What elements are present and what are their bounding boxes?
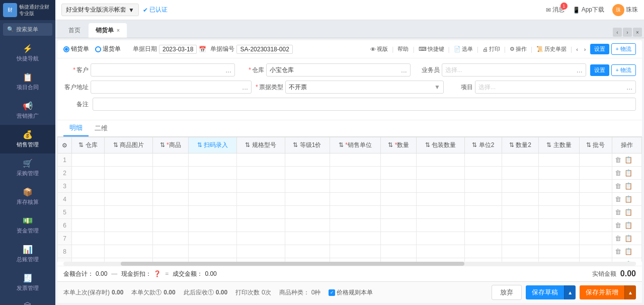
- sidebar-item-quick-nav[interactable]: ⚡ 快捷导航: [0, 39, 55, 67]
- row-5-col-6[interactable]: [330, 206, 381, 219]
- row-copy-button[interactable]: 📋: [624, 195, 633, 203]
- row-6-col-12[interactable]: [579, 219, 612, 232]
- row-2-col-3[interactable]: [188, 167, 236, 180]
- row-2-col-7[interactable]: [381, 167, 417, 180]
- next-record-button[interactable]: ›: [582, 45, 588, 53]
- row-9-col-0[interactable]: [72, 258, 105, 262]
- row-2-col-4[interactable]: [236, 167, 285, 180]
- row-3-col-3[interactable]: [188, 180, 236, 193]
- row-delete-button[interactable]: 🗑: [614, 221, 622, 230]
- row-delete-button[interactable]: 🗑: [614, 182, 622, 190]
- row-1-col-5[interactable]: [285, 154, 330, 167]
- sidebar-item-sales[interactable]: 💰 销售管理: [0, 125, 55, 154]
- shortcut-button[interactable]: ⌨快捷键: [417, 44, 446, 54]
- sidebar-item-funds[interactable]: 💵 资金管理: [0, 211, 55, 240]
- row-7-col-3[interactable]: [188, 232, 236, 245]
- row-8-col-1[interactable]: [104, 245, 152, 258]
- address-dots[interactable]: ...: [242, 83, 248, 91]
- row-5-col-10[interactable]: [502, 206, 539, 219]
- order-no-value[interactable]: SA-20230318-002: [236, 45, 292, 54]
- calendar-icon[interactable]: 📅: [199, 46, 206, 53]
- row-9-col-4[interactable]: [236, 258, 285, 262]
- row-8-col-0[interactable]: [72, 245, 105, 258]
- abandon-button[interactable]: 放弃: [492, 285, 522, 300]
- row-3-col-8[interactable]: [417, 180, 465, 193]
- row-4-col-5[interactable]: [285, 193, 330, 206]
- search-button[interactable]: 🔍 搜索菜单: [3, 23, 52, 36]
- row-4-col-9[interactable]: [465, 193, 502, 206]
- row-2-col-6[interactable]: [330, 167, 381, 180]
- row-8-col-5[interactable]: [285, 245, 330, 258]
- select-button[interactable]: 📄选单: [452, 44, 475, 54]
- col-setting[interactable]: ⚙: [58, 137, 72, 154]
- save-draft-arrow-button[interactable]: ▲: [564, 285, 576, 299]
- tab-sales-order[interactable]: 销货单 ×: [89, 23, 127, 38]
- row-5-col-3[interactable]: [188, 206, 236, 219]
- row-5-col-9[interactable]: [465, 206, 502, 219]
- row-6-col-9[interactable]: [465, 219, 502, 232]
- sort-icon-barcode[interactable]: ⇅: [197, 141, 202, 148]
- row-4-col-1[interactable]: [104, 193, 152, 206]
- sidebar-item-project[interactable]: 📋 项目合同: [0, 67, 55, 96]
- sort-icon-qty[interactable]: ⇅: [388, 141, 393, 148]
- row-9-col-10[interactable]: [502, 258, 539, 262]
- row-9-col-8[interactable]: [417, 258, 465, 262]
- row-1-col-0[interactable]: [72, 154, 105, 167]
- row-8-col-10[interactable]: [502, 245, 539, 258]
- row-2-col-11[interactable]: [539, 167, 579, 180]
- row-3-col-5[interactable]: [285, 180, 330, 193]
- row-7-col-6[interactable]: [330, 232, 381, 245]
- row-7-col-12[interactable]: [579, 232, 612, 245]
- row-9-col-11[interactable]: [539, 258, 579, 262]
- row-6-col-8[interactable]: [417, 219, 465, 232]
- row-5-col-1[interactable]: [104, 206, 152, 219]
- table-scrollbar[interactable]: [63, 262, 636, 266]
- row-2-col-8[interactable]: [417, 167, 465, 180]
- row-delete-button[interactable]: 🗑: [614, 195, 622, 203]
- row-delete-button[interactable]: 🗑: [614, 234, 622, 243]
- operate-button[interactable]: ⚙操作: [508, 44, 529, 54]
- sort-icon[interactable]: ⇅: [78, 141, 84, 148]
- sort-icon-price1[interactable]: ⇅: [293, 141, 298, 148]
- prev-record-button[interactable]: ‹: [574, 45, 580, 53]
- messages-button[interactable]: ✉ 消息 1: [546, 6, 565, 14]
- row-9-col-7[interactable]: [381, 258, 417, 262]
- tab-close-button[interactable]: ×: [117, 28, 120, 33]
- row-2-col-1[interactable]: [104, 167, 152, 180]
- row-4-col-2[interactable]: [152, 193, 188, 206]
- sort-icon-main[interactable]: ⇅: [546, 141, 551, 148]
- tab-detail-mingxi[interactable]: 明细: [63, 120, 89, 136]
- row-6-col-11[interactable]: [539, 219, 579, 232]
- row-5-col-2[interactable]: [152, 206, 188, 219]
- price-policy-checkbox[interactable]: ✓ 价格规则本单: [329, 288, 373, 297]
- row-4-col-7[interactable]: [381, 193, 417, 206]
- row-8-col-3[interactable]: [188, 245, 236, 258]
- row-3-col-4[interactable]: [236, 180, 285, 193]
- row-4-col-10[interactable]: [502, 193, 539, 206]
- table-row[interactable]: 5 🗑 📋: [58, 206, 642, 219]
- row-2-col-5[interactable]: [285, 167, 330, 180]
- tab-close-all-button[interactable]: ×: [633, 28, 642, 37]
- row-8-col-8[interactable]: [417, 245, 465, 258]
- row-6-col-5[interactable]: [285, 219, 330, 232]
- row-9-col-12[interactable]: [579, 258, 612, 262]
- customer-dots[interactable]: ...: [225, 66, 231, 74]
- row-4-col-11[interactable]: [539, 193, 579, 206]
- row-7-col-11[interactable]: [539, 232, 579, 245]
- table-row[interactable]: 7 🗑 📋: [58, 232, 642, 245]
- row-4-col-4[interactable]: [236, 193, 285, 206]
- row-6-col-0[interactable]: [72, 219, 105, 232]
- row-4-col-0[interactable]: [72, 193, 105, 206]
- row-copy-button[interactable]: 📋: [624, 169, 633, 177]
- sort-icon-unit[interactable]: ⇅: [339, 141, 344, 148]
- row-5-col-11[interactable]: [539, 206, 579, 219]
- row-7-col-2[interactable]: [152, 232, 188, 245]
- row-8-col-7[interactable]: [381, 245, 417, 258]
- row-copy-button[interactable]: 📋: [624, 221, 633, 230]
- tab-home[interactable]: 首页: [61, 23, 88, 38]
- row-7-col-1[interactable]: [104, 232, 152, 245]
- row-7-col-10[interactable]: [502, 232, 539, 245]
- date-value[interactable]: 2023-03-18: [159, 45, 197, 54]
- salesperson-dots[interactable]: ...: [577, 66, 583, 74]
- row-3-col-6[interactable]: [330, 180, 381, 193]
